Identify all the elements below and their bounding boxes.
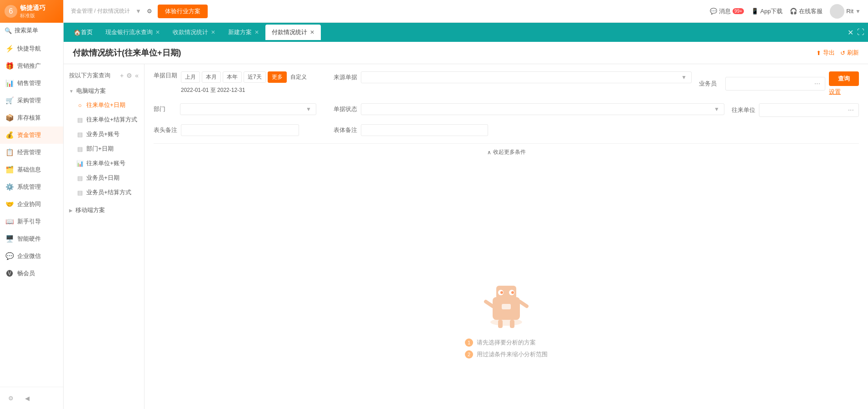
nav-label-enterprise: 企业协同 bbox=[17, 200, 41, 208]
collapse-bar[interactable]: ∧ 收起更多条件 bbox=[154, 143, 859, 161]
scheme-settings-icon[interactable]: ⚙ bbox=[126, 72, 132, 79]
collapse-label: 收起更多条件 bbox=[493, 148, 526, 156]
tab-payment-stats-label: 付款情况统计 bbox=[272, 28, 307, 36]
staff-select[interactable]: ··· bbox=[725, 77, 825, 91]
sidebar-item-quick-nav[interactable]: ⚡ 快捷导航 bbox=[0, 40, 63, 57]
query-btn[interactable]: 查询 bbox=[829, 71, 859, 86]
source-doc-label: 来源单据 bbox=[334, 73, 357, 81]
scheme-item-staff-date[interactable]: ▤ 业务员+日期 bbox=[64, 171, 144, 185]
sidebar-item-basic-info[interactable]: 🗂️ 基础信息 bbox=[0, 161, 63, 178]
tab-payment-stats[interactable]: 付款情况统计 ✕ bbox=[265, 25, 321, 40]
sidebar-item-hardware[interactable]: 🖥️ 智能硬件 bbox=[0, 230, 63, 247]
sidebar-item-sales[interactable]: 📊 销售管理 bbox=[0, 75, 63, 92]
doc-status-select[interactable]: ▼ bbox=[361, 103, 724, 115]
tab-payment-stats-close[interactable]: ✕ bbox=[310, 29, 314, 35]
scheme-label-staff-settlement: 业务员+结算方式 bbox=[86, 188, 131, 197]
counterpart-dots[interactable]: ··· bbox=[848, 106, 854, 114]
nav-icon-membership: 🅥 bbox=[5, 269, 14, 278]
export-btn[interactable]: ⬆ 导出 bbox=[816, 49, 835, 57]
scheme-sidebar-title: 按以下方案查询 bbox=[69, 71, 110, 80]
scheme-item-counterpart-account[interactable]: 📊 往来单位+账号 bbox=[64, 156, 144, 171]
source-doc-select[interactable]: ▼ bbox=[361, 71, 692, 83]
sidebar-item-membership[interactable]: 🅥 畅会员 bbox=[0, 265, 63, 282]
header-dropdown-arrow[interactable]: ▼ bbox=[135, 8, 141, 15]
scheme-icon-staff-date: ▤ bbox=[76, 174, 84, 182]
scheme-icon-counterpart-account: 📊 bbox=[76, 160, 84, 167]
sidebar-item-capital[interactable]: 💰 资金管理 bbox=[0, 126, 63, 144]
scheme-item-counterpart-date[interactable]: ○ 往来单位+日期 bbox=[64, 98, 144, 112]
header-remark-input[interactable] bbox=[181, 124, 299, 136]
sidebar-item-wechat[interactable]: 💬 企业微信 bbox=[0, 247, 63, 265]
user-info[interactable]: Rit ▼ bbox=[830, 4, 861, 19]
footer-settings-btn[interactable]: ⚙ bbox=[5, 392, 17, 404]
tab-new-scheme-close[interactable]: ✕ bbox=[254, 29, 259, 35]
tab-bank-flow[interactable]: 现金银行流水查询 ✕ bbox=[99, 25, 166, 40]
sidebar-item-inventory[interactable]: 📦 库存核算 bbox=[0, 109, 63, 126]
svg-rect-10 bbox=[498, 320, 503, 328]
scheme-item-staff-account[interactable]: ▤ 业务员+账号 bbox=[64, 127, 144, 141]
nav-label-inventory: 库存核算 bbox=[17, 114, 41, 122]
dept-select[interactable]: ▼ bbox=[180, 103, 316, 115]
date-btn-this-month[interactable]: 本月 bbox=[202, 71, 221, 83]
sidebar-item-operations[interactable]: 📋 经营管理 bbox=[0, 144, 63, 161]
filter-header-remark-item: 表头备注 bbox=[154, 124, 326, 136]
source-doc-arrow: ▼ bbox=[681, 74, 687, 81]
right-panel: 单据日期 上月 本月 本年 近7天 更多 自定义 bbox=[145, 64, 868, 409]
tab-expand-icon[interactable]: ⛶ bbox=[857, 28, 864, 36]
header-settings-icon[interactable]: ⚙ bbox=[147, 8, 152, 15]
date-btn-last-month[interactable]: 上月 bbox=[181, 71, 200, 83]
online-service-btn[interactable]: 🎧 在线客服 bbox=[790, 7, 823, 15]
sidebar-item-enterprise[interactable]: 🤝 企业协同 bbox=[0, 196, 63, 213]
date-btn-last-7[interactable]: 近7天 bbox=[244, 71, 266, 83]
sidebar-item-system[interactable]: ⚙️ 系统管理 bbox=[0, 178, 63, 196]
tab-bank-flow-close[interactable]: ✕ bbox=[155, 29, 160, 35]
sidebar-item-guide[interactable]: 📖 新手引导 bbox=[0, 213, 63, 230]
doc-status-arrow: ▼ bbox=[714, 106, 719, 112]
date-btn-this-year[interactable]: 本年 bbox=[223, 71, 242, 83]
body-remark-input[interactable] bbox=[361, 124, 488, 136]
page-title: 付款情况统计(往来单位+日期) bbox=[73, 47, 181, 58]
scheme-collapse-icon[interactable]: « bbox=[135, 72, 139, 79]
scheme-label-counterpart-account: 往来单位+账号 bbox=[86, 159, 125, 167]
nav-icon-purchase: 🛒 bbox=[5, 96, 14, 105]
staff-dots[interactable]: ··· bbox=[814, 80, 820, 88]
tab-home[interactable]: 🏠 首页 bbox=[67, 25, 99, 40]
page-header: 付款情况统计(往来单位+日期) ⬆ 导出 ↺ 刷新 bbox=[64, 42, 868, 64]
messages-btn[interactable]: 💬 消息 99+ bbox=[710, 7, 744, 15]
filter-date-btns: 上月 本月 本年 近7天 更多 自定义 bbox=[181, 71, 307, 83]
app-icon: 📱 bbox=[751, 8, 758, 15]
tab-receipt-stats-close[interactable]: ✕ bbox=[211, 29, 215, 35]
messages-badge: 99+ bbox=[733, 8, 744, 14]
counterpart-select[interactable]: ··· bbox=[759, 103, 859, 117]
scheme-item-staff-settlement[interactable]: ▤ 业务员+结算方式 bbox=[64, 185, 144, 200]
nav-label-system: 系统管理 bbox=[17, 183, 41, 191]
scheme-item-counterpart-settlement[interactable]: ▤ 往来单位+结算方式 bbox=[64, 112, 144, 127]
tab-close-all-icon[interactable]: ✕ bbox=[848, 28, 853, 37]
scheme-add-icon[interactable]: + bbox=[120, 72, 124, 79]
trial-btn[interactable]: 体验行业方案 bbox=[158, 5, 208, 18]
filter-doc-status-item: 单据状态 ▼ bbox=[334, 103, 724, 115]
settings-link[interactable]: 设置 bbox=[829, 88, 841, 96]
tab-receipt-stats[interactable]: 收款情况统计 ✕ bbox=[166, 25, 222, 40]
content-with-sidebar: 按以下方案查询 + ⚙ « ▼ 电脑端方案 bbox=[64, 64, 868, 409]
scheme-group-desktop-header[interactable]: ▼ 电脑端方案 bbox=[64, 84, 144, 98]
tab-new-scheme[interactable]: 新建方案 ✕ bbox=[222, 25, 265, 40]
scheme-item-dept-date[interactable]: ▤ 部门+日期 bbox=[64, 141, 144, 156]
footer-collapse-btn[interactable]: ◀ bbox=[21, 392, 34, 404]
filter-body-remark-item: 表体备注 bbox=[334, 124, 859, 136]
nav-icon-enterprise: 🤝 bbox=[5, 200, 14, 208]
tab-bar: 🏠 首页 现金银行流水查询 ✕ 收款情况统计 ✕ 新建方案 ✕ 付款情况统计 ✕… bbox=[64, 23, 868, 42]
svg-point-5 bbox=[500, 291, 503, 294]
app-download-btn[interactable]: 📱 App下载 bbox=[751, 7, 783, 15]
sidebar-search[interactable]: 🔍 搜索菜单 bbox=[0, 23, 63, 38]
refresh-btn[interactable]: ↺ 刷新 bbox=[840, 49, 859, 57]
sidebar-item-marketing[interactable]: 🎁 营销推广 bbox=[0, 57, 63, 75]
sidebar-item-purchase[interactable]: 🛒 采购管理 bbox=[0, 92, 63, 109]
page-header-actions: ⬆ 导出 ↺ 刷新 bbox=[816, 49, 859, 57]
scheme-group-mobile-header[interactable]: ▶ 移动端方案 bbox=[64, 203, 144, 217]
date-btn-more[interactable]: 更多 bbox=[268, 71, 287, 83]
nav-label-basic-info: 基础信息 bbox=[17, 166, 41, 174]
nav-label-membership: 畅会员 bbox=[17, 269, 35, 278]
user-dropdown-arrow[interactable]: ▼ bbox=[855, 8, 861, 15]
empty-state: 1 请先选择要分析的方案 2 用过滤条件来缩小分析范围 bbox=[145, 226, 868, 409]
